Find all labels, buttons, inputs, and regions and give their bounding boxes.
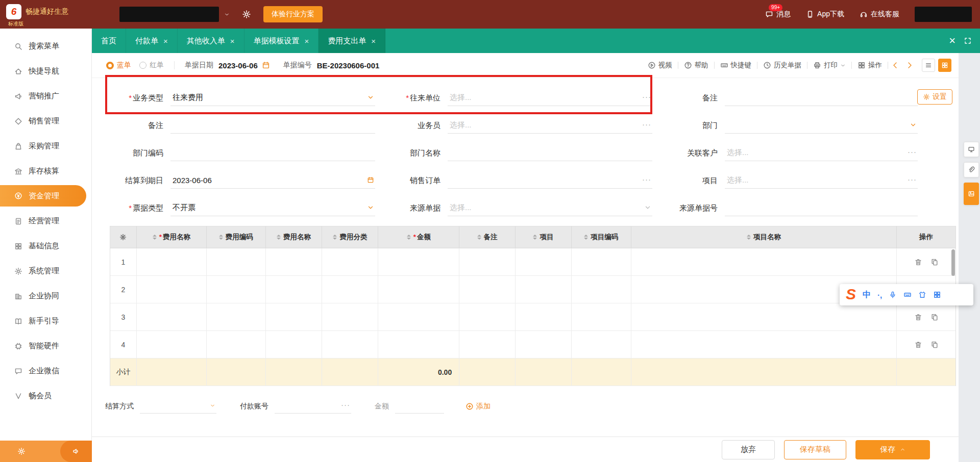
table-cell[interactable]	[631, 248, 897, 276]
redacted-user-info[interactable]	[915, 7, 972, 22]
prev-doc-arrow-icon[interactable]	[888, 61, 902, 69]
field-input[interactable]: 2023-06-06	[170, 172, 375, 189]
picker-ellipsis-icon[interactable]: ···	[642, 120, 651, 129]
save-draft-button[interactable]: 保存草稿	[784, 440, 846, 459]
payment-amount-input[interactable]	[395, 399, 444, 414]
form-settings-button[interactable]: 设置	[917, 89, 952, 105]
doc-date-calendar-icon[interactable]	[262, 61, 270, 69]
field-input[interactable]	[170, 117, 375, 134]
calendar-icon[interactable]	[367, 176, 374, 184]
select-chevron-icon[interactable]	[367, 94, 374, 101]
column-settings-icon[interactable]	[119, 234, 127, 241]
payment-account-input[interactable]: ···	[275, 399, 351, 414]
field-input[interactable]: 选择...···	[725, 145, 918, 161]
sort-icon[interactable]	[277, 235, 281, 240]
add-payment-button[interactable]: 添加	[465, 402, 491, 411]
sidebar-item-13[interactable]: 企业微信	[0, 358, 91, 383]
fullscreen-expand-icon[interactable]	[964, 37, 972, 45]
company-chevron-down-icon[interactable]	[224, 12, 230, 17]
row-copy-icon[interactable]	[930, 341, 939, 349]
table-cell[interactable]	[207, 303, 266, 331]
sort-icon[interactable]	[477, 235, 481, 240]
table-cell[interactable]	[897, 331, 955, 358]
sidebar-item-12[interactable]: 智能硬件	[0, 333, 91, 358]
ime-keyboard-icon[interactable]	[903, 291, 912, 299]
table-cell[interactable]	[516, 276, 572, 303]
table-cell[interactable]: 4	[110, 331, 137, 358]
table-cell[interactable]	[207, 248, 266, 276]
sidebar-item-11[interactable]: 新手引导	[0, 309, 91, 333]
row-copy-icon[interactable]	[930, 313, 939, 321]
sort-icon[interactable]	[219, 235, 223, 240]
toolbar-action[interactable]: 操作	[852, 61, 888, 70]
messages-button[interactable]: 99+ 消息	[765, 10, 791, 19]
app-download-button[interactable]: App下载	[806, 10, 844, 19]
toolbar-action[interactable]: 打印	[807, 61, 851, 70]
table-scrollbar-thumb[interactable]	[951, 249, 955, 276]
table-cell[interactable]	[266, 331, 323, 358]
sidebar-item-5[interactable]: 库存核算	[0, 159, 91, 184]
ime-skin-icon[interactable]	[918, 291, 926, 299]
ime-punctuation-toggle[interactable]: ·,	[877, 291, 882, 299]
tab-close-icon[interactable]: ×	[230, 37, 235, 45]
field-input[interactable]	[725, 117, 918, 134]
table-cell[interactable]	[322, 276, 378, 303]
table-cell[interactable]	[322, 331, 378, 358]
field-input[interactable]: 选择...	[448, 200, 652, 216]
table-header-cell[interactable]: 项目编码	[572, 226, 631, 248]
close-all-tabs-icon[interactable]: ×	[949, 35, 955, 46]
sidebar-item-7[interactable]: 经营管理	[0, 209, 91, 234]
field-input[interactable]	[448, 145, 652, 161]
toolbar-action[interactable]: 视频	[642, 61, 678, 70]
sort-icon[interactable]	[584, 235, 588, 240]
table-cell[interactable]: 2	[110, 276, 137, 303]
table-cell[interactable]	[207, 331, 266, 358]
table-cell[interactable]	[137, 276, 207, 303]
sidebar-item-4[interactable]: 采购管理	[0, 134, 91, 159]
topbar-settings-gear-icon[interactable]	[242, 10, 251, 19]
sidebar-item-6[interactable]: 资金管理	[0, 185, 86, 207]
toolbar-action[interactable]: 历史单据	[757, 61, 807, 70]
table-cell[interactable]	[459, 303, 516, 331]
account-ellipsis-icon[interactable]: ···	[341, 400, 350, 409]
table-cell[interactable]	[572, 303, 631, 331]
float-attachment-tool[interactable]	[964, 162, 979, 177]
field-input[interactable]: 选择...···	[448, 90, 652, 106]
save-button[interactable]: 保存	[855, 440, 930, 459]
list-view-toggle[interactable]	[922, 59, 935, 72]
picker-ellipsis-icon[interactable]: ···	[642, 175, 651, 184]
redacted-company-selector[interactable]	[119, 7, 219, 22]
table-cell[interactable]	[516, 331, 572, 358]
select-chevron-icon[interactable]	[367, 204, 374, 211]
table-cell[interactable]	[572, 248, 631, 276]
table-cell[interactable]	[897, 303, 955, 331]
next-doc-arrow-icon[interactable]	[902, 61, 917, 69]
select-chevron-icon[interactable]	[910, 121, 917, 129]
table-cell[interactable]	[631, 303, 897, 331]
table-header-cell[interactable]: 备注	[459, 226, 516, 248]
picker-ellipsis-icon[interactable]: ···	[908, 147, 917, 156]
sort-icon[interactable]	[533, 235, 537, 240]
table-header-cell[interactable]: *金额	[378, 226, 459, 248]
ime-logo[interactable]: S	[846, 287, 856, 302]
table-cell[interactable]	[207, 276, 266, 303]
table-header-cell[interactable]: 项目	[516, 226, 572, 248]
table-cell[interactable]	[266, 276, 323, 303]
radio-blue-doc[interactable]: 蓝单	[106, 61, 131, 70]
field-input[interactable]	[725, 90, 918, 106]
tab-1[interactable]: 付款单×	[126, 29, 178, 53]
table-cell[interactable]	[137, 331, 207, 358]
row-delete-icon[interactable]	[914, 341, 922, 349]
table-cell[interactable]	[322, 303, 378, 331]
settle-method-input[interactable]	[140, 399, 216, 414]
tab-close-icon[interactable]: ×	[371, 37, 376, 45]
table-cell[interactable]	[572, 276, 631, 303]
table-cell[interactable]	[631, 331, 897, 358]
tab-close-icon[interactable]: ×	[163, 37, 168, 45]
sort-icon[interactable]	[153, 235, 157, 240]
field-input[interactable]: 选择...···	[725, 172, 918, 189]
ime-toolbox-icon[interactable]	[933, 291, 941, 299]
radio-red-doc[interactable]: 红单	[131, 61, 164, 70]
sidebar-item-2[interactable]: 营销推广	[0, 84, 91, 109]
table-cell[interactable]	[322, 248, 378, 276]
